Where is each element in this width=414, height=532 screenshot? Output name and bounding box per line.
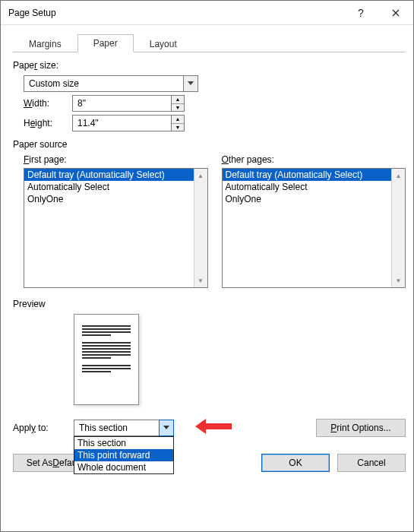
print-options-button[interactable]: Print Options... (316, 419, 406, 437)
tab-margins[interactable]: Margins (13, 35, 77, 52)
chevron-down-icon (163, 426, 169, 430)
ok-button[interactable]: OK (261, 454, 330, 472)
first-page-listbox[interactable]: Default tray (Automatically Select) Auto… (24, 168, 208, 288)
page-preview (74, 314, 139, 405)
other-pages-label: Other pages: (222, 154, 406, 165)
tab-strip: Margins Paper Layout (13, 33, 406, 52)
apply-to-dropdown-button[interactable] (159, 420, 174, 436)
dropdown-option[interactable]: Whole document (74, 461, 173, 473)
cancel-button[interactable]: Cancel (337, 454, 406, 472)
dropdown-option[interactable]: This section (74, 437, 173, 449)
height-spin-up[interactable]: ▲ (172, 116, 184, 124)
annotation-arrow (195, 419, 232, 434)
paper-size-input[interactable] (24, 75, 183, 92)
list-item[interactable]: Default tray (Automatically Select) (223, 169, 392, 181)
paper-size-dropdown-button[interactable] (183, 75, 198, 92)
scrollbar[interactable]: ▲ ▼ (194, 169, 207, 287)
height-spin-down[interactable]: ▼ (172, 124, 184, 131)
height-label: Height: (24, 118, 65, 128)
titlebar: Page Setup ? (1, 1, 413, 25)
scroll-down-icon[interactable]: ▼ (392, 274, 405, 287)
page-setup-dialog: Page Setup ? Margins Paper Layout Paper … (0, 0, 414, 532)
apply-to-input[interactable] (74, 420, 159, 436)
window-title: Page Setup (8, 8, 343, 18)
other-pages-listbox[interactable]: Default tray (Automatically Select) Auto… (222, 168, 406, 288)
close-button[interactable] (378, 1, 413, 25)
preview-label: Preview (13, 299, 406, 309)
width-spinner[interactable]: ▲ ▼ (72, 95, 185, 112)
list-item[interactable]: Automatically Select (223, 181, 392, 193)
help-button[interactable]: ? (343, 1, 378, 25)
list-item[interactable]: OnlyOne (24, 193, 194, 205)
scroll-down-icon[interactable]: ▼ (194, 274, 207, 287)
paper-source-label: Paper source (13, 139, 406, 150)
first-page-label: First page: (24, 154, 208, 165)
list-item[interactable]: Automatically Select (24, 181, 194, 193)
list-item[interactable]: OnlyOne (223, 193, 392, 205)
tab-layout[interactable]: Layout (134, 35, 193, 52)
scrollbar[interactable]: ▲ ▼ (391, 169, 405, 287)
apply-to-dropdown-list[interactable]: This section This point forward Whole do… (74, 436, 174, 474)
width-spin-down[interactable]: ▼ (172, 104, 184, 112)
width-input[interactable] (72, 95, 171, 112)
scroll-up-icon[interactable]: ▲ (392, 169, 405, 182)
dialog-content: Margins Paper Layout Paper size: Width: … (1, 25, 413, 531)
height-spinner[interactable]: ▲ ▼ (72, 115, 185, 131)
list-item[interactable]: Default tray (Automatically Select) (24, 169, 194, 181)
paper-size-combo[interactable] (24, 75, 198, 92)
width-label: Width: (24, 98, 65, 109)
tab-paper[interactable]: Paper (77, 34, 134, 52)
apply-to-label: Apply to: (13, 423, 68, 433)
paper-size-label: Paper size: (13, 60, 406, 71)
apply-to-combo[interactable]: This section This point forward Whole do… (74, 420, 174, 436)
scroll-up-icon[interactable]: ▲ (194, 169, 207, 182)
chevron-down-icon (188, 81, 194, 86)
dropdown-option[interactable]: This point forward (74, 449, 173, 461)
height-input[interactable] (72, 115, 171, 131)
width-spin-up[interactable]: ▲ (172, 96, 184, 104)
